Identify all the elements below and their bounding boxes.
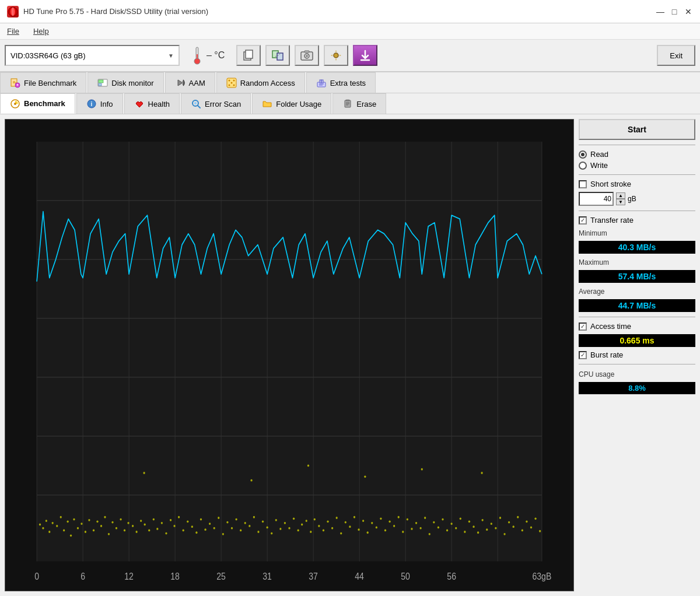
svg-point-13	[306, 55, 308, 57]
svg-point-165	[438, 527, 439, 529]
access-time-checkbox-row[interactable]: ✓ Access time	[579, 322, 695, 331]
svg-point-93	[124, 530, 125, 532]
svg-point-187	[534, 517, 536, 520]
settings-btn[interactable]	[324, 45, 348, 66]
access-time-label: Access time	[590, 322, 631, 331]
tab-folder-usage[interactable]: Folder Usage	[252, 93, 331, 114]
svg-point-181	[508, 521, 510, 524]
drive-label: VID:03SR64G (63 gB)	[10, 51, 86, 60]
copy-btn-1[interactable]	[236, 45, 261, 66]
minimize-button[interactable]: ―	[656, 7, 665, 16]
menu-bar: File Help	[0, 23, 700, 40]
title-bar: HD Tune Pro 5.75 - Hard Disk/SSD Utility…	[0, 0, 700, 23]
separator-2	[579, 174, 695, 175]
svg-point-100	[153, 518, 155, 521]
svg-point-160	[415, 522, 417, 524]
tab-file-benchmark-label: File Benchmark	[24, 79, 76, 87]
temperature-value: – °C	[206, 50, 225, 61]
tab-erase[interactable]: Erase	[332, 93, 386, 114]
short-stroke-checkbox-row[interactable]: Short stroke	[579, 180, 695, 188]
copy-btn-2[interactable]	[265, 45, 290, 66]
svg-point-113	[209, 523, 211, 525]
info-icon: i	[86, 99, 97, 109]
exit-button[interactable]: Exit	[657, 45, 695, 66]
svg-point-186	[530, 527, 532, 529]
tab-benchmark[interactable]: Benchmark	[0, 93, 75, 114]
svg-point-140	[327, 520, 328, 523]
tabs-row-1: File Benchmark Disk monitor AAM	[0, 72, 700, 93]
tab-file-benchmark[interactable]: File Benchmark	[0, 72, 86, 93]
maximize-button[interactable]: □	[670, 7, 679, 16]
read-radio-indicator	[579, 150, 587, 159]
title-bar-left: HD Tune Pro 5.75 - Hard Disk/SSD Utility…	[7, 6, 208, 17]
tab-disk-monitor[interactable]: Disk monitor	[88, 72, 163, 93]
tab-aam-label: AAM	[189, 79, 205, 87]
svg-point-148	[362, 520, 364, 522]
svg-point-132	[293, 517, 295, 520]
stroke-value-input[interactable]	[579, 192, 614, 206]
svg-point-81	[77, 527, 79, 530]
svg-point-133	[298, 530, 299, 532]
svg-point-185	[526, 520, 527, 523]
svg-text:63gB: 63gB	[532, 571, 551, 581]
drive-dropdown-arrow: ▼	[168, 52, 174, 59]
tab-health[interactable]: Health	[124, 93, 180, 114]
svg-point-90	[111, 521, 113, 524]
svg-rect-7	[246, 50, 253, 58]
write-radio[interactable]: Write	[579, 161, 695, 170]
svg-text:25: 25	[216, 571, 226, 581]
tab-info[interactable]: i Info	[76, 93, 123, 114]
svg-point-80	[73, 518, 75, 521]
download-btn[interactable]	[353, 45, 377, 66]
svg-point-125	[262, 520, 264, 523]
svg-point-111	[200, 518, 202, 521]
random-access-icon	[226, 78, 237, 88]
close-button[interactable]: ✕	[684, 7, 693, 16]
file-benchmark-icon	[10, 78, 20, 88]
sidebar: Start Read Write Short stroke ▲ ▼	[579, 119, 695, 591]
tab-random-access[interactable]: Random Access	[216, 72, 305, 93]
svg-point-171	[464, 531, 466, 533]
drive-selector[interactable]: VID:03SR64G (63 gB) ▼	[5, 45, 180, 66]
stroke-spin-down[interactable]: ▼	[616, 199, 625, 205]
svg-point-86	[96, 520, 98, 523]
svg-point-143	[340, 532, 342, 535]
tab-folder-usage-label: Folder Usage	[276, 100, 321, 108]
svg-point-76	[60, 516, 62, 518]
svg-point-82	[80, 523, 82, 525]
toolbar: VID:03SR64G (63 gB) ▼ – °C	[0, 40, 700, 72]
svg-point-129	[279, 528, 281, 530]
tab-info-label: Info	[100, 100, 113, 108]
svg-rect-14	[304, 51, 309, 52]
svg-point-126	[266, 527, 268, 529]
svg-rect-24	[99, 80, 103, 83]
svg-point-169	[455, 527, 457, 530]
svg-point-103	[165, 532, 167, 535]
transfer-rate-checkbox: ✓	[579, 216, 587, 225]
svg-point-147	[358, 528, 359, 531]
menu-file[interactable]: File	[5, 26, 22, 37]
read-radio[interactable]: Read	[579, 150, 695, 159]
stroke-spin-up[interactable]: ▲	[616, 192, 625, 199]
tab-erase-label: Erase	[356, 100, 376, 108]
svg-point-191	[307, 464, 309, 467]
svg-point-155	[393, 525, 395, 527]
tab-error-scan[interactable]: Error Scan	[181, 93, 251, 114]
svg-point-179	[499, 517, 501, 519]
benchmark-chart: trial version MB/s 60 50 40 30 20 10 ms …	[5, 119, 574, 591]
svg-point-96	[135, 531, 137, 533]
burst-rate-checkbox-row[interactable]: ✓ Burst rate	[579, 350, 695, 359]
tab-aam[interactable]: AAM	[165, 72, 215, 93]
svg-point-117	[226, 521, 228, 524]
start-button[interactable]: Start	[579, 119, 695, 140]
svg-point-178	[495, 527, 496, 530]
tab-extra-tests[interactable]: Extra tests	[306, 72, 376, 93]
svg-point-174	[477, 531, 479, 534]
svg-point-161	[419, 527, 421, 530]
transfer-rate-checkbox-row[interactable]: ✓ Transfer rate	[579, 216, 695, 225]
camera-btn[interactable]	[295, 45, 319, 66]
menu-help[interactable]: Help	[31, 26, 51, 37]
svg-marker-26	[178, 80, 183, 86]
tab-disk-monitor-label: Disk monitor	[111, 79, 153, 87]
main-content: trial version MB/s 60 50 40 30 20 10 ms …	[0, 114, 700, 596]
